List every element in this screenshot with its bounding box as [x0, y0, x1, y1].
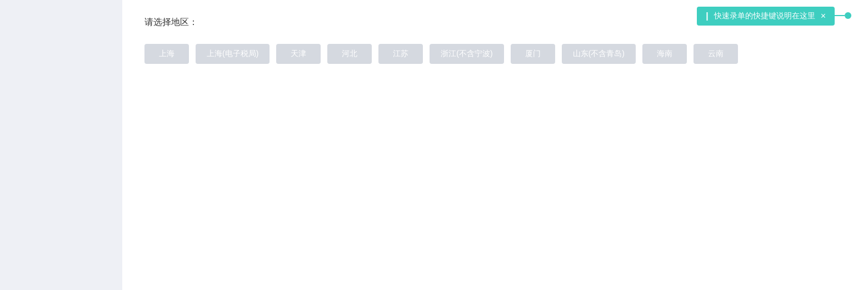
- region-button-8[interactable]: 海南: [642, 44, 687, 64]
- region-button-7[interactable]: 山东(不含青岛): [562, 44, 636, 64]
- region-button-6[interactable]: 厦门: [511, 44, 555, 64]
- region-button-4[interactable]: 江苏: [378, 44, 423, 64]
- sidebar: [0, 0, 122, 290]
- region-button-5[interactable]: 浙江(不含宁波): [430, 44, 503, 64]
- region-grid: 上海上海(电子税局)天津河北江苏浙江(不含宁波)厦门山东(不含青岛)海南云南: [144, 44, 846, 64]
- tooltip-close-button[interactable]: ×: [821, 12, 826, 21]
- region-button-9[interactable]: 云南: [694, 44, 738, 64]
- tooltip-line: [835, 15, 845, 16]
- region-button-2[interactable]: 天津: [276, 44, 321, 64]
- tooltip-text: 快速录单的快捷键说明在这里: [714, 11, 815, 21]
- region-button-3[interactable]: 河北: [327, 44, 372, 64]
- tooltip-banner: 快速录单的快捷键说明在这里 ×: [697, 7, 835, 26]
- region-button-0[interactable]: 上海: [144, 44, 189, 64]
- region-button-1[interactable]: 上海(电子税局): [196, 44, 270, 64]
- main-content: 请选择地区： 上海上海(电子税局)天津河北江苏浙江(不含宁波)厦门山东(不含青岛…: [122, 0, 868, 290]
- tooltip-dot: [845, 12, 851, 19]
